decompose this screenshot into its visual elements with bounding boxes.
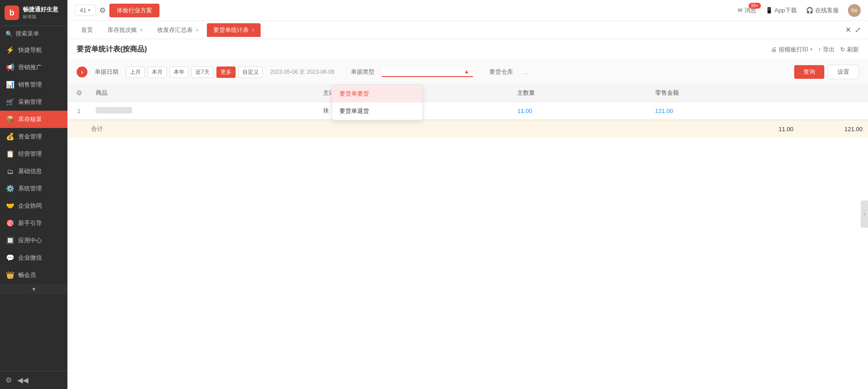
sidebar-header: b 畅捷通好生意 标准版 xyxy=(0,0,67,26)
sidebar-item-enterprise[interactable]: 🤝 企业协同 xyxy=(0,197,67,215)
last-7days-btn[interactable]: 近7天 xyxy=(191,67,214,78)
user-avatar: Rit xyxy=(848,4,861,17)
custom-btn[interactable]: 自定义 xyxy=(238,67,263,78)
collapse-icon[interactable]: ◀◀ xyxy=(17,376,28,384)
sidebar-scroll-down[interactable]: ▾ xyxy=(0,284,67,294)
sidebar-item-system[interactable]: ⚙️ 系统管理 xyxy=(0,180,67,197)
topbar-gear-icon[interactable]: ⚙ xyxy=(99,6,106,15)
row-qty: 11.00 xyxy=(512,102,649,120)
topbar-right: ✉ 消息 99+ 📱 App下载 🎧 在线客服 Rit xyxy=(738,4,861,17)
table-container: ⚙ 商品 主计量单位 主数量 零售金额 1 块 xyxy=(67,84,868,120)
sidebar-item-basic-info[interactable]: 🗂 基础信息 xyxy=(0,163,67,180)
sidebar-item-vip[interactable]: 👑 畅会员 xyxy=(0,266,67,284)
export-btn[interactable]: ↑ 导出 xyxy=(818,46,835,54)
sidebar: b 畅捷通好生意 标准版 🔍 搜索菜单 ⚡ 快捷导航 📢 营销推广 📊 销售管理… xyxy=(0,0,67,389)
topbar-left: 41 ▾ ⚙ 体验行业方案 xyxy=(75,4,732,17)
sidebar-item-finance[interactable]: 💰 资金管理 xyxy=(0,128,67,145)
dropdown-item-order-single[interactable]: 要货单要货 xyxy=(332,85,422,102)
warehouse-dots-icon[interactable]: … xyxy=(522,69,528,76)
company-selector[interactable]: 41 ▾ xyxy=(75,5,96,16)
guide-icon: 🎯 xyxy=(5,219,15,227)
page-content: 要货单统计表(按商品) 🖨 按模板打印 ▾ ↑ 导出 ↻ 刷新 › xyxy=(67,39,868,389)
chevron-up-icon[interactable]: ▲ xyxy=(464,68,469,75)
gear-icon[interactable]: ⚙ xyxy=(76,89,82,97)
sidebar-item-wechat[interactable]: 💬 企业微信 xyxy=(0,249,67,266)
basic-info-icon: 🗂 xyxy=(5,168,15,175)
row-extra xyxy=(816,102,868,120)
app-center-icon: 🔲 xyxy=(5,236,15,245)
sidebar-search[interactable]: 🔍 搜索菜单 xyxy=(0,26,67,41)
filter-expand-button[interactable]: › xyxy=(77,67,87,77)
expand-icon[interactable]: ⤢ xyxy=(855,26,861,34)
product-placeholder xyxy=(96,107,132,113)
enterprise-icon: 🤝 xyxy=(5,202,15,210)
sidebar-item-label: 资金管理 xyxy=(18,133,42,141)
sidebar-item-label: 采购管理 xyxy=(18,98,42,106)
tab-order-stats[interactable]: 要货单统计表 × xyxy=(207,23,261,37)
app-download-icon: 📱 xyxy=(765,7,773,14)
app-download-label: App下载 xyxy=(775,6,797,15)
online-service-item[interactable]: 🎧 在线客服 xyxy=(806,6,839,15)
sidebar-item-sales[interactable]: 📊 销售管理 xyxy=(0,76,67,93)
settings-icon[interactable]: ⚙ xyxy=(5,376,12,384)
sidebar-item-label: 经营管理 xyxy=(18,150,42,158)
print-btn[interactable]: 🖨 按模板打印 ▾ xyxy=(771,46,813,54)
current-year-btn[interactable]: 本年 xyxy=(169,67,189,78)
sidebar-item-operations[interactable]: 📋 经营管理 xyxy=(0,145,67,163)
row-no: 1 xyxy=(67,102,90,120)
date-buttons: 上月 本月 本年 近7天 更多 自定义 xyxy=(126,67,263,78)
more-btn[interactable]: 更多 xyxy=(216,67,236,78)
marketing-icon: 📢 xyxy=(5,63,15,72)
tab-close-icon[interactable]: × xyxy=(195,27,198,33)
refresh-icon: ↻ xyxy=(840,46,845,53)
operations-icon: 📋 xyxy=(5,150,15,158)
tab-label: 要货单统计表 xyxy=(213,26,249,34)
row-product xyxy=(90,102,318,120)
close-all-tabs-icon[interactable]: ✕ xyxy=(845,26,851,34)
user-avatar-item[interactable]: Rit xyxy=(848,4,861,17)
sidebar-item-purchase[interactable]: 🛒 采购管理 xyxy=(0,93,67,111)
dropdown-item-order-return[interactable]: 要货单退货 xyxy=(332,102,422,120)
type-dropdown: 要货单要货 要货单退货 xyxy=(332,85,423,120)
trial-industry-button[interactable]: 体验行业方案 xyxy=(109,4,159,17)
app-logo: b xyxy=(5,5,19,20)
sidebar-item-inventory[interactable]: 📦 库存核算 xyxy=(0,111,67,128)
query-button[interactable]: 查询 xyxy=(794,65,824,79)
date-label: 单据日期 xyxy=(95,68,118,76)
tab-inventory-batch[interactable]: 库存批次账 × xyxy=(101,23,149,37)
chevron-down-icon: ▾ xyxy=(32,286,36,292)
sidebar-item-app-center[interactable]: 🔲 应用中心 xyxy=(0,232,67,249)
prev-month-btn[interactable]: 上月 xyxy=(126,67,145,78)
tab-close-icon[interactable]: × xyxy=(140,27,143,33)
tab-close-icon[interactable]: × xyxy=(252,27,254,33)
chevron-down-icon: ▾ xyxy=(88,7,91,13)
footer-amount: 121.00 xyxy=(844,126,863,133)
sidebar-item-label: 应用中心 xyxy=(18,236,42,245)
finance-icon: 💰 xyxy=(5,133,15,141)
current-month-btn[interactable]: 本月 xyxy=(148,67,167,78)
online-service-icon: 🎧 xyxy=(806,7,813,14)
type-input[interactable] xyxy=(385,68,464,75)
right-collapse-handle[interactable]: › xyxy=(861,200,868,228)
tabs-bar-right: ✕ ⤢ xyxy=(845,26,861,34)
type-label: 单据类型 xyxy=(351,68,375,76)
col-gear[interactable]: ⚙ xyxy=(67,84,90,102)
sidebar-item-marketing[interactable]: 📢 营销推广 xyxy=(0,59,67,76)
company-value: 41 xyxy=(80,7,86,14)
online-service-label: 在线客服 xyxy=(815,6,839,15)
sidebar-item-guide[interactable]: 🎯 新手引导 xyxy=(0,215,67,232)
type-input-wrapper: ▲ xyxy=(382,67,473,77)
amount-link[interactable]: 121.00 xyxy=(655,107,673,114)
app-download-item[interactable]: 📱 App下载 xyxy=(765,6,797,15)
tabs-bar: 首页 库存批次账 × 收发存汇总表 × 要货单统计表 × ✕ ⤢ xyxy=(67,21,868,39)
tab-home[interactable]: 首页 xyxy=(75,23,99,37)
messages-item[interactable]: ✉ 消息 99+ xyxy=(738,6,756,15)
tab-label: 收发存汇总表 xyxy=(157,26,193,34)
table-header-row: ⚙ 商品 主计量单位 主数量 零售金额 xyxy=(67,84,868,102)
qty-link[interactable]: 11.00 xyxy=(517,107,532,114)
export-icon: ↑ xyxy=(818,46,822,53)
refresh-btn[interactable]: ↻ 刷新 xyxy=(840,46,859,54)
settings-button[interactable]: 设置 xyxy=(828,65,859,79)
tab-receipt-summary[interactable]: 收发存汇总表 × xyxy=(151,23,205,37)
sidebar-item-quick-nav[interactable]: ⚡ 快捷导航 xyxy=(0,41,67,59)
